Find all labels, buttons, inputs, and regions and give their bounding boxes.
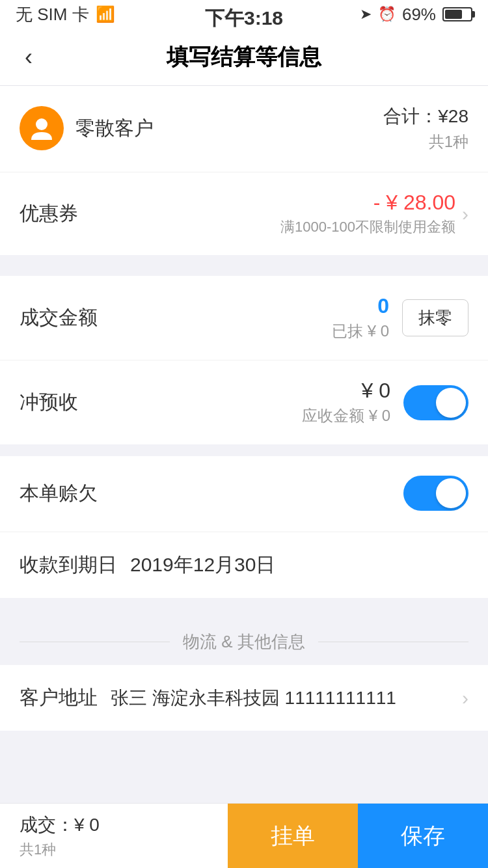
logistics-label: 物流 & 其他信息 xyxy=(183,631,305,653)
toggle-knob xyxy=(436,388,466,418)
precollect-amount-wrap: ¥ 0 应收金额 ¥ 0 xyxy=(302,379,390,426)
section-divider-1 xyxy=(0,265,488,276)
person-icon xyxy=(29,115,55,141)
divider-line-right xyxy=(318,642,468,642)
logistics-divider: 物流 & 其他信息 xyxy=(0,619,488,665)
debt-toggle-knob xyxy=(436,478,466,508)
divider-line-left xyxy=(20,642,170,642)
debt-row: 本单赊欠 xyxy=(0,456,488,530)
transaction-value-wrap: 0 已抹 ¥ 0 xyxy=(332,294,389,342)
customer-count: 共1种 xyxy=(383,131,468,152)
address-row[interactable]: 客户地址 张三 海淀永丰科技园 11111111111 › xyxy=(0,665,488,731)
back-button[interactable]: ‹ xyxy=(18,37,39,77)
address-card: 客户地址 张三 海淀永丰科技园 11111111111 › xyxy=(0,665,488,731)
transaction-section: 成交金额 0 已抹 ¥ 0 抹零 冲预收 ¥ 0 应收金额 ¥ 0 xyxy=(0,276,488,444)
address-value: 张三 海淀永丰科技园 11111111111 xyxy=(111,686,462,711)
deal-value: ¥ 0 xyxy=(74,815,100,835)
customer-avatar xyxy=(20,106,64,150)
transaction-right: 0 已抹 ¥ 0 抹零 xyxy=(332,294,468,342)
round-button[interactable]: 抹零 xyxy=(402,299,468,336)
transaction-label: 成交金额 xyxy=(20,305,98,331)
section-divider-3 xyxy=(0,608,488,619)
carrier-text: 无 SIM 卡 xyxy=(16,3,89,26)
precollect-toggle[interactable] xyxy=(403,385,468,420)
coupon-info: - ¥ 28.00 满1000-100不限制使用金额 xyxy=(280,191,455,237)
transaction-row: 成交金额 0 已抹 ¥ 0 抹零 xyxy=(0,276,488,360)
status-bar: 无 SIM 卡 📶 下午3:18 ➤ ⏰ 69% xyxy=(0,0,488,29)
page-title: 填写结算等信息 xyxy=(167,42,321,72)
nav-bar: ‹ 填写结算等信息 xyxy=(0,29,488,86)
transaction-sub: 已抹 ¥ 0 xyxy=(332,321,389,342)
due-date-label: 收款到期日 xyxy=(20,552,117,578)
precollect-sub: 应收金额 ¥ 0 xyxy=(302,405,390,426)
bottom-bar: 成交：¥ 0 共1种 挂单 保存 xyxy=(0,803,488,868)
bottom-deal-text: 成交：¥ 0 xyxy=(20,813,208,837)
status-time: 下午3:18 xyxy=(205,5,283,32)
debt-label: 本单赊欠 xyxy=(20,480,98,507)
precollect-label: 冲预收 xyxy=(20,389,78,416)
save-button[interactable]: 保存 xyxy=(358,804,488,869)
customer-left: 零散客户 xyxy=(20,106,154,150)
battery-percent: 69% xyxy=(402,5,436,25)
customer-name: 零散客户 xyxy=(75,115,154,142)
coupon-label: 优惠券 xyxy=(20,200,78,227)
coupon-row[interactable]: 优惠券 - ¥ 28.00 满1000-100不限制使用金额 › xyxy=(0,172,488,255)
customer-card: 零散客户 合计：¥28 共1种 优惠券 - ¥ 28.00 满1000-100不… xyxy=(0,86,488,255)
precollect-row: 冲预收 ¥ 0 应收金额 ¥ 0 xyxy=(0,360,488,444)
coupon-amount: - ¥ 28.00 xyxy=(280,191,455,215)
coupon-desc: 满1000-100不限制使用金额 xyxy=(280,217,455,237)
debt-toggle[interactable] xyxy=(403,476,468,511)
battery-icon xyxy=(442,7,472,21)
debt-card: 本单赊欠 收款到期日 2019年12月30日 xyxy=(0,456,488,598)
customer-right: 合计：¥28 共1种 xyxy=(383,104,468,152)
hang-button[interactable]: 挂单 xyxy=(228,804,358,869)
main-content: 零散客户 合计：¥28 共1种 优惠券 - ¥ 28.00 满1000-100不… xyxy=(0,86,488,819)
due-date-row[interactable]: 收款到期日 2019年12月30日 xyxy=(0,532,488,598)
status-left: 无 SIM 卡 📶 xyxy=(16,3,115,26)
svg-point-0 xyxy=(36,118,47,130)
alarm-icon: ⏰ xyxy=(378,6,396,23)
address-label: 客户地址 xyxy=(20,685,98,711)
bottom-count: 共1种 xyxy=(20,840,208,860)
transaction-value: 0 xyxy=(332,294,389,318)
precollect-right: ¥ 0 应收金额 ¥ 0 xyxy=(302,379,468,426)
wifi-icon: 📶 xyxy=(96,5,115,23)
due-date-value: 2019年12月30日 xyxy=(130,552,275,578)
deal-label: 成交： xyxy=(20,815,74,835)
customer-row: 零散客户 合计：¥28 共1种 xyxy=(0,86,488,170)
bottom-summary: 成交：¥ 0 共1种 xyxy=(0,813,228,860)
location-icon: ➤ xyxy=(360,6,372,23)
precollect-amount: ¥ 0 xyxy=(302,379,390,403)
coupon-right: - ¥ 28.00 满1000-100不限制使用金额 › xyxy=(280,191,468,237)
address-chevron-icon: › xyxy=(462,687,468,709)
status-right: ➤ ⏰ 69% xyxy=(360,5,472,25)
chevron-right-icon: › xyxy=(462,203,468,225)
customer-total: 合计：¥28 xyxy=(383,104,468,129)
section-divider-2 xyxy=(0,446,488,456)
